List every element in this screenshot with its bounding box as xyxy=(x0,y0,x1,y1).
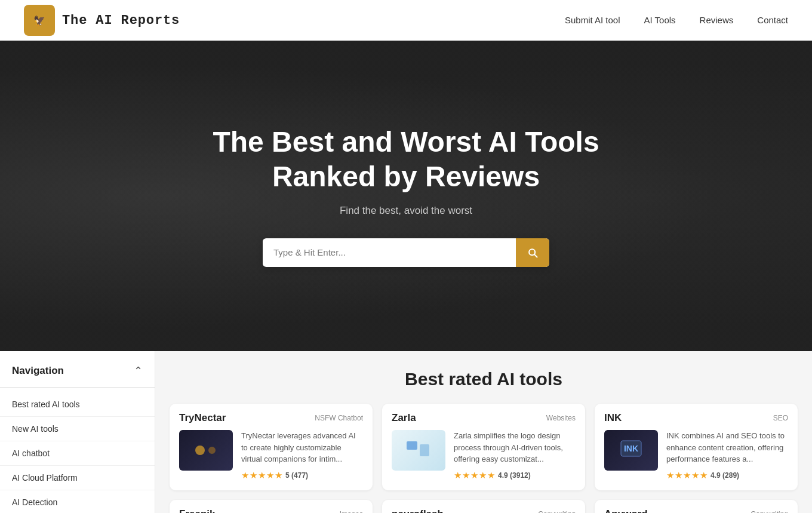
svg-rect-7 xyxy=(420,444,429,456)
card-thumbnail xyxy=(179,430,233,471)
sidebar-title: Navigation xyxy=(12,365,64,377)
nav-submit-ai-tool[interactable]: Submit AI tool xyxy=(565,15,620,25)
sidebar-item-best-rated[interactable]: Best rated AI tools xyxy=(0,392,155,417)
card-category: Copywriting xyxy=(751,510,788,514)
nav-reviews[interactable]: Reviews xyxy=(700,15,734,25)
svg-rect-6 xyxy=(407,441,417,450)
sidebar-item-ai-cloud[interactable]: AI Cloud Platform xyxy=(0,466,155,490)
card-name: neuroflash xyxy=(392,508,444,514)
card-info: TryNectar leverages advanced AI to creat… xyxy=(241,430,363,481)
hero-content: The Best and Worst AI Tools Ranked by Re… xyxy=(197,125,615,266)
card-header: TryNectar NSFW Chatbot xyxy=(170,404,373,430)
card-header: neuroflash Copywriting xyxy=(382,500,585,514)
header: 🦅 The AI Reports Submit AI tool AI Tools… xyxy=(0,0,812,41)
svg-text:INK: INK xyxy=(624,444,638,453)
nav-ai-tools[interactable]: AI Tools xyxy=(644,15,676,25)
svg-point-3 xyxy=(195,446,205,455)
tool-card-freepik[interactable]: Freepik Images FP Freepik offers a rich … xyxy=(170,500,373,514)
tool-card-zarla[interactable]: Zarla Websites Zarla simplifies the logo… xyxy=(382,404,585,490)
tool-card-trynectar[interactable]: TryNectar NSFW Chatbot TryNectar leverag… xyxy=(170,404,373,490)
logo-text: The AI Reports xyxy=(62,13,180,28)
hero-subtitle: Find the best, avoid the worst xyxy=(209,205,603,217)
card-desc: TryNectar leverages advanced AI to creat… xyxy=(241,430,363,465)
card-category: NSFW Chatbot xyxy=(315,414,363,422)
card-header: Zarla Websites xyxy=(382,404,585,430)
sidebar-item-ai-chatbot[interactable]: AI chatbot xyxy=(0,441,155,466)
rating-label: 4.9 (289) xyxy=(710,471,739,480)
card-header: Anyword Copywriting xyxy=(595,500,798,514)
stars-row: ★★★★★ 4.9 (3912) xyxy=(454,470,576,481)
star-icons: ★★★★★ xyxy=(454,470,496,481)
card-desc: Zarla simplifies the logo design process… xyxy=(454,430,576,465)
tool-card-ink[interactable]: INK SEO INK INK combines AI and SEO tool… xyxy=(595,404,798,490)
star-icons: ★★★★★ xyxy=(666,470,708,481)
tool-card-anyword[interactable]: Anyword Copywriting ANY Anyword provides… xyxy=(595,500,798,514)
rating-label: 5 (477) xyxy=(285,471,308,480)
card-name: Anyword xyxy=(604,508,648,514)
sidebar-header: Navigation ⌃ xyxy=(0,351,155,388)
star-icons: ★★★★★ xyxy=(241,470,283,481)
card-body: INK INK combines AI and SEO tools to enh… xyxy=(595,430,798,490)
stars-row: ★★★★★ 4.9 (289) xyxy=(666,470,788,481)
svg-text:🦅: 🦅 xyxy=(33,15,45,26)
card-header: INK SEO xyxy=(595,404,798,430)
sidebar-item-new-ai[interactable]: New AI tools xyxy=(0,417,155,441)
card-name: TryNectar xyxy=(179,412,226,424)
search-bar xyxy=(263,238,549,267)
card-header: Freepik Images xyxy=(170,500,373,514)
card-name: INK xyxy=(604,412,622,424)
card-body: Zarla simplifies the logo design process… xyxy=(382,430,585,490)
search-input[interactable] xyxy=(263,239,516,266)
card-info: INK combines AI and SEO tools to enhance… xyxy=(666,430,788,481)
main-nav: Submit AI tool AI Tools Reviews Contact xyxy=(565,15,788,26)
hero-section: The Best and Worst AI Tools Ranked by Re… xyxy=(0,41,812,351)
hero-title: The Best and Worst AI Tools Ranked by Re… xyxy=(209,125,603,193)
cards-grid: TryNectar NSFW Chatbot TryNectar leverag… xyxy=(170,404,798,513)
search-button[interactable] xyxy=(516,238,549,267)
card-thumbnail xyxy=(392,430,445,471)
card-info: Zarla simplifies the logo design process… xyxy=(454,430,576,481)
card-category: SEO xyxy=(773,414,788,422)
card-thumbnail: INK xyxy=(604,430,658,471)
sidebar-item-ai-detection[interactable]: AI Detection xyxy=(0,490,155,513)
card-category: Copywriting xyxy=(538,510,576,514)
tool-card-neuroflash[interactable]: neuroflash Copywriting Neuroflash offers… xyxy=(382,500,585,514)
section-title: Best rated AI tools xyxy=(170,369,798,389)
sidebar: Navigation ⌃ Best rated AI tools New AI … xyxy=(0,351,155,513)
card-category: Websites xyxy=(546,414,576,422)
chevron-up-icon[interactable]: ⌃ xyxy=(134,364,143,377)
content-area: Best rated AI tools TryNectar NSFW Chatb… xyxy=(155,351,812,513)
card-name: Zarla xyxy=(392,412,416,424)
sidebar-nav: Best rated AI tools New AI tools AI chat… xyxy=(0,388,155,513)
logo-area: 🦅 The AI Reports xyxy=(24,5,180,36)
card-name: Freepik xyxy=(179,508,215,514)
logo-icon: 🦅 xyxy=(24,5,55,36)
svg-point-4 xyxy=(208,447,216,454)
nav-contact[interactable]: Contact xyxy=(757,15,788,25)
card-body: TryNectar leverages advanced AI to creat… xyxy=(170,430,373,490)
main-layout: Navigation ⌃ Best rated AI tools New AI … xyxy=(0,351,812,513)
card-desc: INK combines AI and SEO tools to enhance… xyxy=(666,430,788,465)
card-category: Images xyxy=(340,510,363,514)
rating-label: 4.9 (3912) xyxy=(498,471,531,480)
stars-row: ★★★★★ 5 (477) xyxy=(241,470,363,481)
